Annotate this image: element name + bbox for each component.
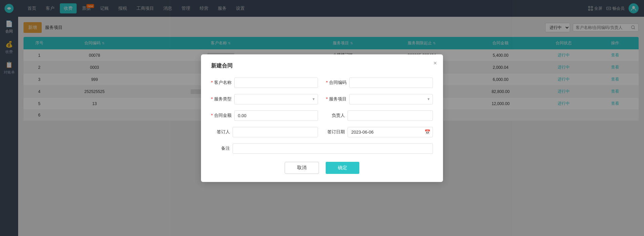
form-row-4: 签订人 签订日期 📅 <box>211 127 433 137</box>
dialog-title: 新建合同 <box>211 62 433 69</box>
field-contract-amount: 合同金额 <box>211 110 318 121</box>
calendar-icon[interactable]: 📅 <box>425 129 430 135</box>
responsible-label: 负责人 <box>326 112 345 119</box>
service-item-label: 服务项目 <box>326 96 347 102</box>
field-remark: 备注 <box>211 143 433 154</box>
service-item-select-wrap <box>349 94 433 104</box>
remark-label: 备注 <box>211 145 230 151</box>
dialog-footer: 取消 确定 <box>211 162 433 174</box>
remark-input[interactable] <box>233 143 433 154</box>
sign-date-wrap: 📅 <box>348 127 433 137</box>
service-type-select[interactable] <box>234 94 318 104</box>
contract-code-label: 合同编码 <box>326 80 347 86</box>
contract-amount-input[interactable] <box>234 110 318 121</box>
sign-date-input[interactable] <box>348 127 433 137</box>
customer-name-input[interactable] <box>234 78 318 88</box>
field-customer-name: 客户名称 <box>211 78 318 88</box>
field-contract-code: 合同编码 <box>326 78 433 88</box>
responsible-input[interactable] <box>348 110 433 121</box>
form-row-1: 客户名称 合同编码 <box>211 78 433 88</box>
new-contract-dialog: 新建合同 × 客户名称 合同编码 服务类型 <box>201 54 443 182</box>
form-row-3: 合同金额 负责人 <box>211 110 433 121</box>
confirm-button[interactable]: 确定 <box>326 162 359 174</box>
field-signer: 签订人 <box>211 127 318 137</box>
dialog-close-button[interactable]: × <box>433 60 437 67</box>
field-service-type: 服务类型 <box>211 94 318 104</box>
field-sign-date: 签订日期 📅 <box>326 127 433 137</box>
customer-name-label: 客户名称 <box>211 80 232 86</box>
sign-date-label: 签订日期 <box>326 129 345 135</box>
service-type-select-wrap <box>234 94 318 104</box>
field-service-item: 服务项目 <box>326 94 433 104</box>
contract-amount-label: 合同金额 <box>211 112 232 119</box>
form-row-5: 备注 <box>211 143 433 154</box>
modal-overlay: 新建合同 × 客户名称 合同编码 服务类型 <box>0 0 644 236</box>
service-type-label: 服务类型 <box>211 96 232 102</box>
service-item-select[interactable] <box>349 94 433 104</box>
signer-input[interactable] <box>233 127 318 137</box>
field-responsible: 负责人 <box>326 110 433 121</box>
contract-code-input[interactable] <box>349 78 433 88</box>
signer-label: 签订人 <box>211 129 230 135</box>
cancel-button[interactable]: 取消 <box>285 162 319 174</box>
form-row-2: 服务类型 服务项目 <box>211 94 433 104</box>
